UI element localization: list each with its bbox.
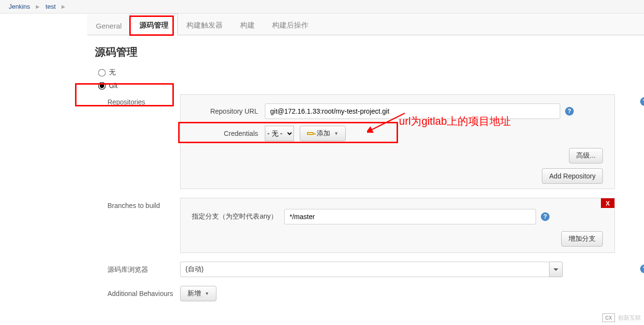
add-repository-button[interactable]: Add Repository [542, 168, 603, 184]
label-repo-url: Repository URL [187, 107, 265, 115]
breadcrumb-test[interactable]: test [42, 3, 60, 10]
tab-build[interactable]: 构建 [231, 14, 263, 35]
chevron-right-icon: ▶ [34, 4, 42, 9]
watermark: CX 创新互联 [602, 313, 641, 322]
delete-branch-button[interactable]: X [601, 198, 614, 208]
radio-none-label: 无 [109, 68, 116, 77]
add-credentials-label: 添加 [317, 129, 330, 138]
radio-git[interactable] [98, 82, 106, 89]
input-branch-spec[interactable] [284, 209, 536, 224]
advanced-button[interactable]: 高级... [569, 148, 603, 163]
section-title-scm: 源码管理 [95, 45, 634, 59]
add-branch-button[interactable]: 增加分支 [561, 231, 603, 247]
chevron-down-icon: ▼ [334, 131, 338, 136]
label-repositories: Repositories [107, 94, 180, 106]
scm-option-git[interactable]: Git [95, 82, 634, 89]
scm-option-none[interactable]: 无 [95, 68, 634, 77]
add-behaviour-button[interactable]: 新增 ▼ [180, 286, 216, 301]
key-icon [307, 132, 314, 135]
breadcrumb-jenkins[interactable]: Jenkins [5, 3, 34, 10]
add-credentials-button[interactable]: 添加 ▼ [300, 126, 346, 141]
breadcrumb: Jenkins ▶ test ▶ [0, 0, 644, 14]
select-credentials[interactable]: - 无 - [265, 126, 294, 141]
tab-post-build[interactable]: 构建后操作 [263, 14, 317, 35]
select-repo-browser[interactable]: (自动) [180, 262, 563, 277]
config-tabs: General 源码管理 构建触发器 构建 构建后操作 [87, 14, 644, 35]
tab-triggers[interactable]: 构建触发器 [178, 14, 231, 35]
help-icon[interactable]: ? [565, 107, 574, 116]
input-repo-url[interactable] [265, 103, 560, 119]
label-branch-spec: 指定分支（为空时代表any） [187, 212, 284, 221]
branch-panel: X 指定分支（为空时代表any） ? 增加分支 [180, 198, 615, 253]
help-icon[interactable]: ? [640, 265, 644, 273]
chevron-right-icon: ▶ [60, 4, 67, 9]
help-icon[interactable]: ? [640, 97, 644, 106]
repository-panel: Repository URL ? Credentials - 无 - 添加 [180, 94, 615, 189]
label-credentials: Credentials [187, 130, 265, 137]
watermark-text: 创新互联 [618, 314, 641, 322]
add-behaviour-label: 新增 [187, 289, 201, 298]
chevron-down-icon[interactable] [549, 262, 563, 277]
watermark-logo-icon: CX [602, 313, 615, 322]
tab-general[interactable]: General [87, 15, 130, 35]
repo-browser-value: (自动) [180, 262, 549, 277]
tab-scm[interactable]: 源码管理 [130, 14, 178, 35]
label-additional-behaviours: Additional Behaviours [107, 286, 180, 297]
label-branches: Branches to build [107, 198, 180, 209]
radio-none[interactable] [98, 69, 106, 76]
radio-git-label: Git [109, 82, 118, 89]
label-repo-browser: 源码库浏览器 [107, 262, 180, 274]
help-icon[interactable]: ? [541, 212, 550, 221]
chevron-down-icon: ▼ [205, 291, 209, 296]
